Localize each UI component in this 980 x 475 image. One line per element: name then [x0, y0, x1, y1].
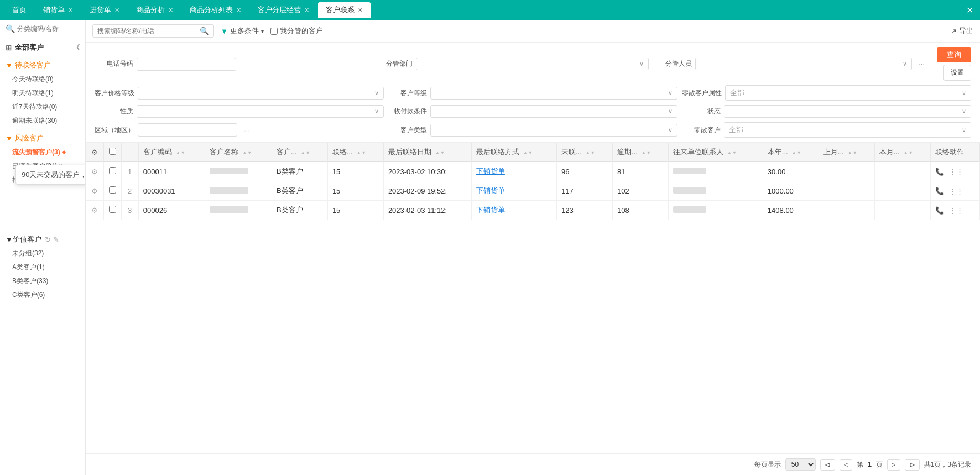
sort-icon[interactable]: ▲▼	[175, 150, 185, 155]
more-options-icon[interactable]: ···	[915, 60, 928, 68]
row-contact: 15	[327, 201, 383, 220]
contact-way-link[interactable]: 下销货单	[476, 167, 505, 175]
close-icon[interactable]: ✕	[114, 7, 119, 14]
contact-way-link[interactable]: 下销货单	[476, 206, 505, 214]
my-customers-check[interactable]	[270, 28, 278, 35]
search-icon[interactable]: 🔍	[200, 27, 209, 35]
sidebar-item-today[interactable]: 今天待联络(0)	[0, 72, 85, 86]
sidebar-item-class-b[interactable]: B类客户(33)	[0, 274, 85, 288]
last-page-button[interactable]: ⊳	[905, 459, 920, 471]
person-select[interactable]: ∨	[695, 58, 912, 70]
row-last-way: 下销货单	[471, 181, 556, 201]
payment-select[interactable]: ∨	[430, 105, 677, 118]
close-icon[interactable]: ✕	[358, 7, 363, 14]
tab-sales[interactable]: 销货单 ✕	[35, 2, 81, 18]
row-type: B类客户	[272, 162, 327, 181]
action-more-icon[interactable]: ⋮⋮	[949, 187, 963, 195]
sidebar-item-class-c[interactable]: C类客户(6)	[0, 288, 85, 302]
sidebar-item-unclassified[interactable]: 未分组(32)	[0, 247, 85, 260]
next-page-button[interactable]: >	[887, 459, 900, 471]
action-phone-icon[interactable]: 📞	[935, 187, 944, 195]
level-select[interactable]: ∨	[430, 87, 677, 100]
settings-button[interactable]: 设置	[943, 65, 971, 81]
prev-page-button[interactable]: <	[840, 459, 853, 471]
action-more-icon[interactable]: ⋮⋮	[949, 168, 963, 176]
sort-icon[interactable]: ▲▼	[791, 150, 801, 155]
zero-attr-select[interactable]: 全部 ∨	[725, 85, 971, 101]
sort-icon[interactable]: ▲▼	[727, 150, 737, 155]
row-checkbox[interactable]	[109, 186, 116, 194]
col-code: 客户编码 ▲▼	[138, 143, 205, 162]
nature-select[interactable]: ∨	[137, 105, 384, 118]
gear-icon[interactable]: ⚙	[91, 206, 98, 215]
data-table: ⚙ 客户编码 ▲▼ 客户名称 ▲▼	[86, 143, 980, 220]
sidebar-section-pending[interactable]: ▼ 待联络客户	[0, 57, 85, 72]
sort-icon[interactable]: ▲▼	[585, 150, 595, 155]
tab-product-analysis-list[interactable]: 商品分析列表 ✕	[182, 2, 249, 18]
sort-icon[interactable]: ▲▼	[356, 150, 366, 155]
search-input[interactable]	[97, 27, 197, 35]
gear-icon[interactable]: ⚙	[91, 187, 98, 195]
price-level-select[interactable]: ∨	[138, 87, 384, 100]
row-unlinked: 123	[556, 201, 612, 220]
area-input[interactable]	[138, 123, 237, 137]
dept-select[interactable]: ∨	[416, 58, 649, 70]
col-rownum	[121, 143, 138, 162]
sort-icon[interactable]: ▲▼	[641, 150, 651, 155]
gear-icon[interactable]: ⚙	[91, 148, 98, 156]
sidebar-item-churn-warning[interactable]: 流失预警客户(3) ●	[0, 145, 85, 159]
sidebar-item-class-a[interactable]: A类客户(1)	[0, 260, 85, 274]
close-app-button[interactable]: ✕	[966, 5, 973, 15]
row-unlinked: 96	[556, 162, 612, 181]
edit-icon[interactable]: ✎	[53, 236, 59, 244]
first-page-button[interactable]: ⊲	[820, 459, 835, 471]
status-select[interactable]: ∨	[724, 105, 971, 118]
export-button[interactable]: ↗ 导出	[951, 26, 973, 36]
action-phone-icon[interactable]: 📞	[935, 168, 944, 176]
sort-icon[interactable]: ▲▼	[300, 150, 310, 155]
row-checkbox[interactable]	[109, 206, 116, 213]
sidebar-item-overdue[interactable]: 逾期未联络(30)	[0, 114, 85, 128]
sort-icon[interactable]: ▲▼	[435, 150, 445, 155]
col-last-date: 最后联络日期 ▲▼	[383, 143, 471, 162]
query-button[interactable]: 查询	[937, 47, 971, 62]
tab-purchase[interactable]: 进货单 ✕	[82, 2, 127, 18]
close-icon[interactable]: ✕	[68, 7, 73, 14]
close-icon[interactable]: ✕	[304, 7, 309, 14]
per-page-select[interactable]: 50 20 100	[785, 458, 816, 471]
collapse-icon[interactable]: 《	[73, 43, 80, 53]
row-unit-contact	[668, 162, 763, 181]
tab-customer-tier[interactable]: 客户分层经营 ✕	[250, 2, 317, 18]
zero-customers-select[interactable]: 全部 ∨	[724, 122, 971, 138]
sidebar-search-input[interactable]	[17, 25, 80, 33]
type-label: 客户类型	[388, 126, 427, 135]
refresh-icon[interactable]: ↻	[45, 236, 51, 244]
more-options-icon[interactable]: ···	[241, 126, 253, 134]
action-phone-icon[interactable]: 📞	[935, 206, 944, 215]
sidebar-section-value[interactable]: ▼ 价值客户 ↻ ✎	[0, 231, 85, 247]
sort-icon[interactable]: ▲▼	[847, 150, 857, 155]
tab-customer-contact[interactable]: 客户联系 ✕	[318, 2, 371, 18]
sidebar-item-tomorrow[interactable]: 明天待联络(1)	[0, 86, 85, 100]
tab-home[interactable]: 首页	[4, 2, 34, 18]
action-more-icon[interactable]: ⋮⋮	[949, 206, 963, 215]
close-icon[interactable]: ✕	[168, 7, 173, 14]
more-filter-button[interactable]: ▼ 更多条件 ▾	[221, 26, 264, 36]
my-customers-checkbox[interactable]: 我分管的客户	[270, 26, 323, 36]
type-select[interactable]: ∨	[430, 124, 677, 137]
close-icon[interactable]: ✕	[236, 7, 241, 14]
sidebar-section-risk[interactable]: ▼ 风险客户	[0, 130, 85, 145]
select-all-checkbox[interactable]	[109, 148, 116, 155]
row-num: 3	[121, 201, 138, 220]
contact-way-link[interactable]: 下销货单	[476, 186, 505, 195]
sort-icon[interactable]: ▲▼	[242, 150, 252, 155]
tab-product-analysis[interactable]: 商品分析 ✕	[128, 2, 181, 18]
row-last-month	[819, 181, 874, 201]
phone-input[interactable]	[137, 58, 236, 71]
sort-icon[interactable]: ▲▼	[903, 150, 913, 155]
sort-icon[interactable]: ▲▼	[523, 150, 533, 155]
all-customers-header[interactable]: ⊞ 全部客户 《	[0, 38, 85, 57]
sidebar-item-7days[interactable]: 近7天待联络(0)	[0, 100, 85, 114]
row-checkbox[interactable]	[109, 167, 116, 174]
gear-icon[interactable]: ⚙	[91, 168, 98, 176]
